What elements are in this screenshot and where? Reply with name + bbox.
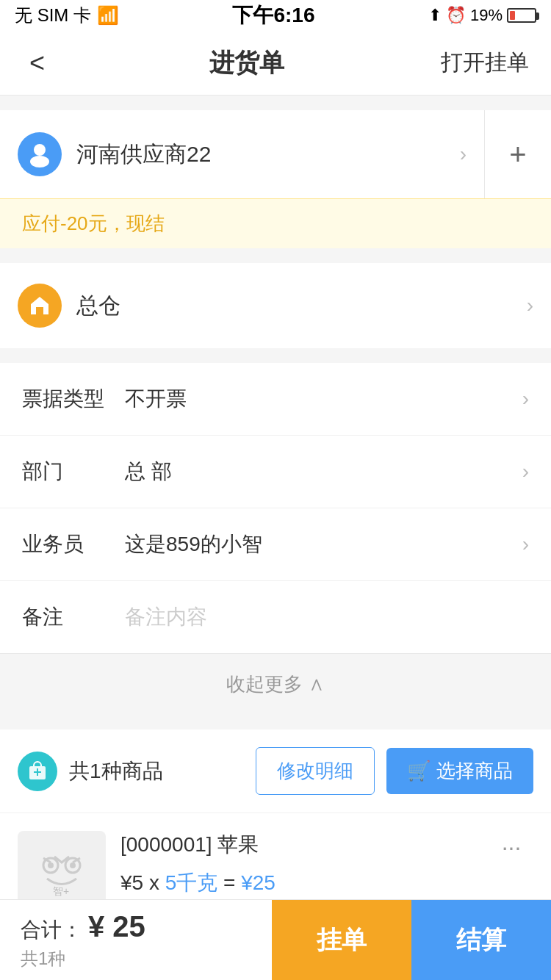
wifi-icon: 📶 [97,5,119,26]
supplier-avatar [18,132,62,176]
warehouse-name: 总仓 [76,291,519,321]
remark-value: 备注内容 [110,603,529,631]
ticket-type-value: 不开票 [110,385,515,413]
status-time: 下午6:16 [232,1,314,29]
product-total: ¥25 [241,871,276,894]
salesperson-label: 业务员 [22,530,110,558]
product-unit-price: ¥5 [120,871,143,894]
department-label: 部门 [22,458,110,486]
battery-percent: 19% [470,6,503,25]
nav-bar: < 进货单 打开挂单 [0,31,551,96]
total-row: 合计： ¥ 25 [21,910,251,944]
total-section: 合计： ¥ 25 共1种 [0,900,272,980]
status-right: ⬆ ⏰ 19% [428,6,536,25]
total-sub: 共1种 [21,947,251,970]
warehouse-chevron-icon: › [527,294,533,317]
products-icon [18,752,57,791]
alarm-icon: ⏰ [446,6,466,25]
status-left: 无 SIM 卡 📶 [15,4,119,27]
cart-icon: 🛒 [407,760,431,782]
bottom-bar: 合计： ¥ 25 共1种 挂单 结算 [0,899,551,980]
products-header: 共1种商品 修改明细 🛒 选择商品 [0,729,551,813]
product-title: 苹果 [217,833,259,856]
notice-text: 应付-20元，现结 [22,212,165,234]
svg-rect-2 [36,307,43,314]
svg-text:智+: 智+ [53,885,69,897]
total-amount: ¥ 25 [88,910,145,943]
back-button[interactable]: < [22,40,52,86]
svg-point-1 [30,156,49,167]
product-multiply: x [149,871,165,894]
supplier-name: 河南供应商22 [76,140,453,170]
products-count: 共1种商品 [69,757,256,785]
ticket-type-row[interactable]: 票据类型 不开票 › [0,363,551,436]
product-qty: 5千克 [165,871,218,894]
supplier-chevron-icon: › [460,143,467,166]
hang-order-button[interactable]: 挂单 [272,900,411,980]
department-row[interactable]: 部门 总 部 › [0,436,551,508]
select-product-label: 选择商品 [436,758,513,784]
checkout-label: 结算 [456,923,506,957]
svg-point-7 [70,862,76,868]
collapse-label: 收起更多 ∧ [226,673,324,695]
product-name: [0000001] 苹果 [120,831,489,859]
page-title: 进货单 [209,46,284,80]
department-chevron-icon: › [522,460,529,483]
form-section: 票据类型 不开票 › 部门 总 部 › 业务员 这是859的小智 › 备注 备注… [0,363,551,653]
ticket-type-label: 票据类型 [22,385,110,413]
checkout-button[interactable]: 结算 [411,900,551,980]
remark-row[interactable]: 备注 备注内容 [0,581,551,653]
salesperson-chevron-icon: › [522,533,529,556]
warehouse-icon [18,284,62,328]
location-icon: ⬆ [428,6,442,25]
warehouse-section[interactable]: 总仓 › [0,263,551,348]
remark-label: 备注 [22,603,110,631]
divider-1 [0,96,551,110]
status-bar: 无 SIM 卡 📶 下午6:16 ⬆ ⏰ 19% [0,0,551,31]
product-price: ¥5 x 5千克 = ¥25 [120,869,489,897]
hang-order-label: 挂单 [317,923,367,957]
svg-point-0 [34,144,46,156]
edit-detail-button[interactable]: 修改明细 [256,747,375,795]
product-equals: = [223,871,241,894]
product-menu-button[interactable]: ··· [489,831,533,861]
svg-point-6 [48,862,54,868]
supplier-add-button[interactable]: + [485,110,551,198]
total-label: 合计： [21,916,82,944]
department-value: 总 部 [110,458,515,486]
ticket-type-chevron-icon: › [522,387,529,411]
select-product-button[interactable]: 🛒 选择商品 [386,748,533,794]
carrier-text: 无 SIM 卡 [15,4,91,27]
product-thumb-placeholder: 智+ [32,842,91,909]
collapse-bar[interactable]: 收起更多 ∧ [0,653,551,715]
supplier-section: 河南供应商22 › + [0,110,551,198]
battery-icon [507,8,536,23]
notice-bar: 应付-20元，现结 [0,198,551,248]
supplier-selector[interactable]: 河南供应商22 › [0,110,485,198]
salesperson-value: 这是859的小智 [110,530,515,558]
open-hang-button[interactable]: 打开挂单 [441,48,529,78]
product-id: [0000001] [120,833,212,856]
product-info: [0000001] 苹果 ¥5 x 5千克 = ¥25 [120,831,489,897]
salesperson-row[interactable]: 业务员 这是859的小智 › [0,508,551,581]
